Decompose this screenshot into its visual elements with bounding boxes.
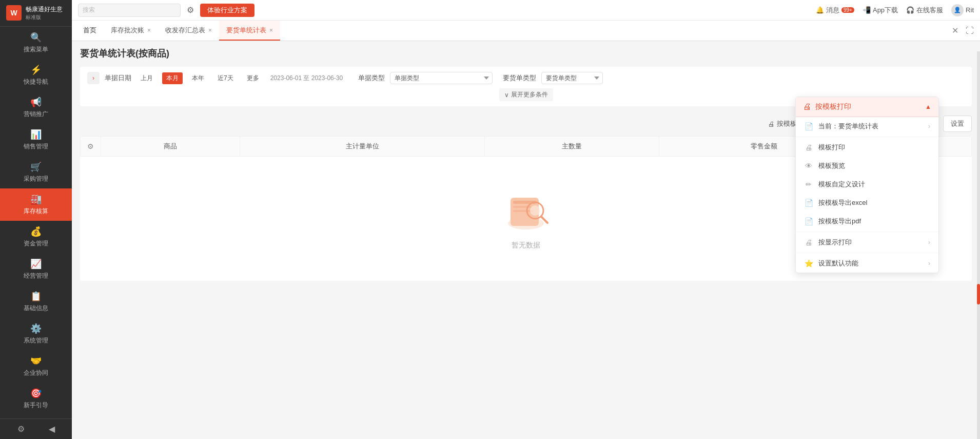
chevron-right-icon: › xyxy=(92,74,94,82)
col-unit: 主计量单位 xyxy=(240,137,485,157)
collapse-icon[interactable]: ◀ xyxy=(49,424,55,434)
filter-toggle-button[interactable]: › xyxy=(87,72,100,84)
settings-bottom-icon[interactable]: ⚙ xyxy=(17,424,25,434)
app-download-label: App下载 xyxy=(873,6,898,15)
sidebar-item-label: 企业协同 xyxy=(24,369,48,377)
sidebar-item-system[interactable]: ⚙️ 系统管理 xyxy=(0,318,72,350)
date-btn-this-month[interactable]: 本月 xyxy=(162,72,183,84)
sidebar: W 畅康通好生意 标准版 🔍 搜索菜单 ⚡ 快捷导航 📢 营销推广 📊 销售管理 xyxy=(0,0,72,439)
dropdown-current-arrow: › xyxy=(928,123,930,130)
sidebar-item-basic[interactable]: 📋 基础信息 xyxy=(0,285,72,318)
sidebar-item-label: 库存核算 xyxy=(24,207,48,216)
sidebar-item-appstore[interactable]: 📱 应用中心 xyxy=(0,415,72,418)
sidebar-item-quick-nav[interactable]: ⚡ 快捷导航 xyxy=(0,59,72,91)
message-button[interactable]: 🔔 消息 99+ xyxy=(816,6,854,15)
order-type-select[interactable]: 要货单类型 xyxy=(541,72,603,84)
topbar: 搜索 ⚙ 体验行业方案 🔔 消息 99+ 📲 App下载 🎧 在线客服 xyxy=(72,0,980,21)
right-scrollbar[interactable] xyxy=(977,51,980,439)
online-service-label: 在线客服 xyxy=(916,6,943,15)
tab-home-label: 首页 xyxy=(83,26,96,35)
dropdown-divider-3 xyxy=(796,253,938,253)
dropdown-item-template-excel[interactable]: 📄 按模板导出excel xyxy=(796,194,938,212)
dropdown-header: 🖨 按模板打印 ▲ xyxy=(796,97,938,117)
sidebar-item-label: 采购管理 xyxy=(24,175,48,183)
tab-order-stats[interactable]: 要货单统计表 × xyxy=(219,21,280,41)
dropdown-current-template[interactable]: 📄 当前：要货单统计表 › xyxy=(796,117,938,136)
sidebar-item-marketing[interactable]: 📢 营销推广 xyxy=(0,91,72,124)
template-print-icon: 🖨 xyxy=(804,143,813,151)
dropdown-item-template-print[interactable]: 🖨 模板打印 xyxy=(796,138,938,157)
tab-inventory-batch-close[interactable]: × xyxy=(147,27,151,34)
sidebar-item-label: 搜索菜单 xyxy=(24,45,48,54)
date-btn-more[interactable]: 更多 xyxy=(243,72,263,84)
set-default-arrow: › xyxy=(928,260,930,267)
current-template-icon: 📄 xyxy=(804,122,813,130)
empty-illustration xyxy=(500,187,552,234)
template-preview-icon: 👁 xyxy=(804,162,813,170)
sidebar-item-label: 资金管理 xyxy=(24,239,48,248)
tab-home[interactable]: 首页 xyxy=(76,21,104,41)
sidebar-item-search[interactable]: 🔍 搜索菜单 xyxy=(0,27,72,59)
expand-filter-label: 展开更多条件 xyxy=(511,90,548,99)
template-pdf-icon: 📄 xyxy=(804,217,813,225)
tab-receive-summary-label: 收发存汇总表 xyxy=(165,26,205,35)
expand-filter-button[interactable]: ∨ 展开更多条件 xyxy=(499,88,553,101)
sidebar-item-finance[interactable]: 💰 资金管理 xyxy=(0,221,72,253)
message-badge: 99+ xyxy=(841,7,854,13)
type-select[interactable]: 单据类型 xyxy=(390,72,493,84)
sidebar-item-sales[interactable]: 📊 销售管理 xyxy=(0,124,72,156)
sidebar-bottom: ⚙ ◀ xyxy=(0,418,72,439)
gear-icon: ⚙️ xyxy=(30,323,42,334)
warehouse-icon: 🏭 xyxy=(30,194,42,205)
dropdown-item-set-default[interactable]: ⭐ 设置默认功能 › xyxy=(796,254,938,273)
trial-industry-button[interactable]: 体验行业方案 xyxy=(200,4,254,17)
tab-order-stats-close[interactable]: × xyxy=(269,27,273,34)
date-btn-last-month[interactable]: 上月 xyxy=(136,72,157,84)
printer-dropdown-icon: 🖨 xyxy=(803,102,811,111)
sidebar-item-label: 营销推广 xyxy=(24,110,48,119)
dropdown-divider-2 xyxy=(796,232,938,232)
dropdown-item-template-preview[interactable]: 👁 模板预览 xyxy=(796,157,938,175)
display-print-icon: 🖨 xyxy=(804,238,813,246)
close-all-tabs-button[interactable]: ✕ xyxy=(950,24,961,37)
tab-receive-summary-close[interactable]: × xyxy=(208,27,212,34)
printer-icon: 🖨 xyxy=(768,120,775,128)
tab-inventory-batch[interactable]: 库存批次账 × xyxy=(104,21,158,41)
topbar-search-box[interactable]: 搜索 xyxy=(78,4,181,17)
user-avatar[interactable]: 👤 Rit xyxy=(951,4,974,16)
handshake-icon: 🤝 xyxy=(30,355,42,367)
sidebar-item-operation[interactable]: 📈 经营管理 xyxy=(0,253,72,285)
dropdown-close-icon[interactable]: ▲ xyxy=(925,103,931,110)
sidebar-item-enterprise[interactable]: 🤝 企业协同 xyxy=(0,350,72,383)
search-icon: 🔍 xyxy=(30,32,42,43)
date-btn-this-year[interactable]: 本年 xyxy=(188,72,208,84)
sidebar-item-guide[interactable]: 🎯 新手引导 xyxy=(0,383,72,415)
date-range-display: 2023-06-01 至 2023-06-30 xyxy=(270,74,343,83)
clipboard-icon: 📋 xyxy=(30,291,42,302)
dropdown-item-template-pdf[interactable]: 📄 按模板导出pdf xyxy=(796,212,938,231)
svg-point-7 xyxy=(530,205,540,216)
set-default-icon: ⭐ xyxy=(804,259,813,268)
topbar-settings-icon[interactable]: ⚙ xyxy=(187,5,194,15)
lightning-icon: ⚡ xyxy=(30,64,42,75)
online-service-button[interactable]: 🎧 在线客服 xyxy=(906,6,943,15)
sidebar-item-inventory[interactable]: 🏭 库存核算 xyxy=(0,188,72,221)
sidebar-item-purchase[interactable]: 🛒 采购管理 xyxy=(0,156,72,188)
sidebar-item-label: 系统管理 xyxy=(24,336,48,345)
settings-button[interactable]: 设置 xyxy=(943,116,972,132)
date-btn-last-7-days[interactable]: 近7天 xyxy=(213,72,238,84)
col-settings[interactable]: ⚙ xyxy=(81,137,101,157)
maximize-tab-button[interactable]: ⛶ xyxy=(964,24,976,37)
tab-order-stats-label: 要货单统计表 xyxy=(226,26,266,35)
topbar-right-area: 🔔 消息 99+ 📲 App下载 🎧 在线客服 👤 Rit xyxy=(816,4,974,16)
tabbar-actions: ✕ ⛶ xyxy=(950,21,976,41)
sidebar-item-label: 快捷导航 xyxy=(24,78,48,86)
dropdown-item-display-print[interactable]: 🖨 按显示打印 › xyxy=(796,233,938,252)
app-download-button[interactable]: 📲 App下载 xyxy=(863,6,898,15)
tab-inventory-batch-label: 库存批次账 xyxy=(111,26,144,35)
tab-receive-summary[interactable]: 收发存汇总表 × xyxy=(158,21,219,41)
dropdown-item-template-design[interactable]: ✏ 模板自定义设计 xyxy=(796,175,938,194)
print-template-dropdown: 🖨 按模板打印 ▲ 📄 当前：要货单统计表 › 🖨 模板打印 � xyxy=(795,97,939,273)
tabbar: 首页 库存批次账 × 收发存汇总表 × 要货单统计表 × ✕ ⛶ xyxy=(72,21,980,41)
column-settings-icon[interactable]: ⚙ xyxy=(87,142,94,150)
